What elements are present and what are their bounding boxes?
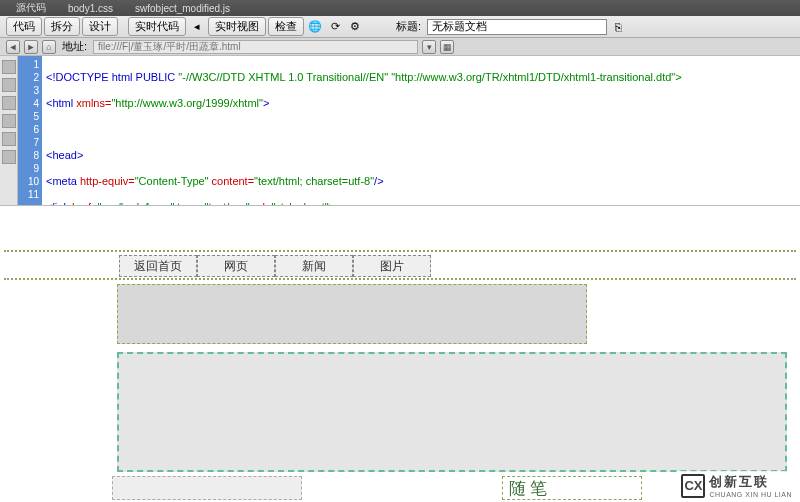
watermark-logo: CX bbox=[681, 474, 705, 498]
gear-icon[interactable]: ⚙ bbox=[346, 19, 364, 35]
preview-essay-label: 随 笔 bbox=[502, 476, 642, 500]
watermark-en: CHUANG XIN HU LIAN bbox=[709, 491, 792, 498]
preview-block-wide bbox=[117, 352, 787, 472]
address-go-icon[interactable]: ▦ bbox=[440, 40, 454, 54]
gutter-tool-5[interactable] bbox=[2, 132, 16, 146]
globe-icon[interactable]: 🌐 bbox=[306, 19, 324, 35]
line-numbers: 123 456 789 1011 bbox=[18, 56, 42, 205]
tab-source-label: 源代码 bbox=[6, 0, 56, 16]
file-tab-js[interactable]: swfobject_modified.js bbox=[125, 2, 240, 15]
gutter-tool-6[interactable] bbox=[2, 150, 16, 164]
file-tab-css[interactable]: body1.css bbox=[58, 2, 123, 15]
gutter-tool-4[interactable] bbox=[2, 114, 16, 128]
gutter-tool-3[interactable] bbox=[2, 96, 16, 110]
address-bar: ◄ ► ⌂ 地址: ▾ ▦ bbox=[0, 38, 800, 56]
main-toolbar: 代码 拆分 设计 实时代码 ◂ 实时视图 检查 🌐 ⟳ ⚙ 标题: ⎘ bbox=[0, 16, 800, 38]
design-view-button[interactable]: 设计 bbox=[82, 17, 118, 36]
code-text[interactable]: <!DOCTYPE html PUBLIC "-//W3C//DTD XHTML… bbox=[42, 56, 800, 205]
live-view-button[interactable]: 实时视图 bbox=[208, 17, 266, 36]
code-view-button[interactable]: 代码 bbox=[6, 17, 42, 36]
address-input[interactable] bbox=[93, 40, 418, 54]
address-dropdown-icon[interactable]: ▾ bbox=[422, 40, 436, 54]
code-editor: 123 456 789 1011 <!DOCTYPE html PUBLIC "… bbox=[0, 56, 800, 206]
settings-icon[interactable]: ⎘ bbox=[609, 19, 627, 35]
nav-cell-web[interactable]: 网页 bbox=[197, 255, 275, 277]
nav-cell-home[interactable]: 返回首页 bbox=[119, 255, 197, 277]
live-code-button[interactable]: 实时代码 bbox=[128, 17, 186, 36]
gutter-tool-2[interactable] bbox=[2, 78, 16, 92]
preview-bottom-left bbox=[112, 476, 302, 500]
nav-bar-preview: 返回首页 网页 新闻 图片 bbox=[4, 250, 796, 280]
title-label: 标题: bbox=[396, 19, 421, 34]
design-preview: 返回首页 网页 新闻 图片 随 笔 bbox=[0, 206, 800, 502]
nav-forward-icon[interactable]: ► bbox=[24, 40, 38, 54]
watermark-cn: 创新互联 bbox=[709, 473, 792, 491]
nav-back-icon[interactable]: ◄ bbox=[6, 40, 20, 54]
preview-block-gray bbox=[117, 284, 587, 344]
nav-home-icon[interactable]: ⌂ bbox=[42, 40, 56, 54]
nav-cell-news[interactable]: 新闻 bbox=[275, 255, 353, 277]
watermark: CX 创新互联 CHUANG XIN HU LIAN bbox=[677, 471, 796, 500]
editor-left-toolbar bbox=[0, 56, 18, 205]
refresh-icon[interactable]: ⟳ bbox=[326, 19, 344, 35]
back-icon[interactable]: ◂ bbox=[188, 19, 206, 35]
inspect-button[interactable]: 检查 bbox=[268, 17, 304, 36]
nav-cell-image[interactable]: 图片 bbox=[353, 255, 431, 277]
document-title-input[interactable] bbox=[427, 19, 607, 35]
gutter-tool-1[interactable] bbox=[2, 60, 16, 74]
file-tab-bar: 源代码 body1.css swfobject_modified.js bbox=[0, 0, 800, 16]
address-label: 地址: bbox=[62, 39, 87, 54]
split-view-button[interactable]: 拆分 bbox=[44, 17, 80, 36]
